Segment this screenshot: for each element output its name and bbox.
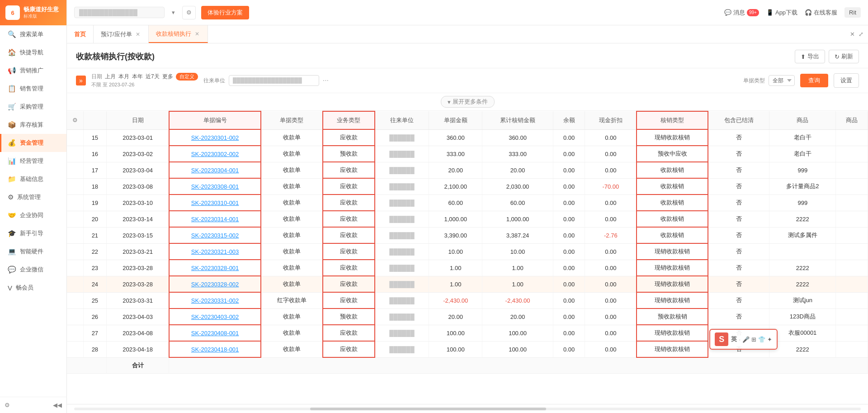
settings-button[interactable]: ⚙ xyxy=(182,6,196,19)
table-cell[interactable]: SK-20230308-001 xyxy=(169,178,261,195)
filter-date-range: 不限 至 2023-07-26 xyxy=(91,81,198,88)
expand-more-button[interactable]: ▾ 展开更多条件 xyxy=(441,96,495,108)
col-rownum xyxy=(83,111,107,129)
filter-date-lastmonth[interactable]: 上月 xyxy=(105,73,116,81)
table-cell: 100.00 xyxy=(429,341,482,357)
table-cell[interactable]: SK-20230331-002 xyxy=(169,292,261,309)
sidebar-item-finance[interactable]: 💰 资金管理 xyxy=(0,134,66,152)
table-cell xyxy=(836,292,868,309)
tab-close-all-icon[interactable]: ✕ xyxy=(850,31,855,38)
tab-close-payable[interactable]: ✕ xyxy=(135,30,141,38)
scroll-track[interactable] xyxy=(74,408,861,410)
table-footer-row: 合计 xyxy=(67,357,868,373)
settings-button[interactable]: 设置 xyxy=(834,73,859,88)
table-cell[interactable]: SK-20230418-001 xyxy=(169,341,261,357)
table-cell: 预收中应收 xyxy=(637,146,708,162)
filter-date-label: 日期 xyxy=(91,73,102,81)
settings-icon[interactable]: ⚙ xyxy=(5,402,10,408)
solution-button[interactable]: 体验行业方案 xyxy=(201,6,249,19)
table-cell[interactable]: SK-20230315-002 xyxy=(169,227,261,243)
laptop-icon: 💻 xyxy=(8,247,16,256)
app-badge: 标准版 xyxy=(24,13,59,19)
sidebar-item-guide[interactable]: 🎓 新手引导 xyxy=(0,224,66,242)
table-cell[interactable]: SK-20230302-002 xyxy=(169,146,261,162)
table-cell: 应收款 xyxy=(323,211,375,227)
table-cell xyxy=(67,195,83,211)
sidebar-item-operation[interactable]: 📊 经营管理 xyxy=(0,152,66,170)
sidebar-item-search[interactable]: 🔍 搜索菜单 xyxy=(0,25,66,43)
tab-close-receipt[interactable]: ✕ xyxy=(194,30,200,38)
collapse-icon[interactable]: ◀◀ xyxy=(53,402,62,408)
table-cell: 否 xyxy=(708,260,769,276)
filter-date-thismonth[interactable]: 本月 xyxy=(118,73,129,81)
table-cell xyxy=(67,260,83,276)
filter-partner-input[interactable] xyxy=(229,75,319,86)
table-cell: 0.00 xyxy=(553,341,585,357)
table-cell: 收款核销 xyxy=(637,178,708,195)
gear-icon: ⚙ xyxy=(8,193,14,201)
table-cell: 360.00 xyxy=(482,129,553,146)
tab-fullscreen-icon[interactable]: ⤢ xyxy=(859,31,863,38)
table-cell xyxy=(836,227,868,243)
sidebar-item-wechat[interactable]: 💬 企业微信 xyxy=(0,261,66,279)
sidebar-item-sales[interactable]: 📋 销售管理 xyxy=(0,80,66,98)
table-cell[interactable]: SK-20230403-002 xyxy=(169,309,261,325)
table-cell[interactable]: SK-20230328-001 xyxy=(169,260,261,276)
sidebar-item-hardware[interactable]: 💻 智能硬件 xyxy=(0,242,66,261)
table-cell: 22 xyxy=(83,243,107,260)
sidebar-item-quicknav[interactable]: 🏠 快捷导航 xyxy=(0,43,66,62)
sidebar-item-system[interactable]: ⚙ 系统管理 xyxy=(0,188,66,206)
footer-settings xyxy=(67,357,107,373)
message-badge: 99+ xyxy=(747,9,759,16)
horizontal-scrollbar[interactable] xyxy=(67,404,868,413)
query-button[interactable]: 查询 xyxy=(800,74,828,87)
table-cell[interactable]: SK-20230301-002 xyxy=(169,129,261,146)
filter-date-more[interactable]: 更多 xyxy=(162,73,173,81)
table-cell[interactable]: SK-20230310-001 xyxy=(169,195,261,211)
sidebar-item-inventory[interactable]: 📦 库存核算 xyxy=(0,116,66,134)
table-cell xyxy=(836,341,868,357)
table-cell: 收款单 xyxy=(261,276,323,292)
table-cell[interactable]: SK-20230314-001 xyxy=(169,211,261,227)
sidebar-item-purchase[interactable]: 🛒 采购管理 xyxy=(0,98,66,116)
table-cell: 应收款 xyxy=(323,325,375,341)
support-action[interactable]: 🎧 在线客服 xyxy=(805,9,837,17)
table-row: 252023-03-31SK-20230331-002红字收款单应收款█████… xyxy=(67,292,868,309)
table-cell[interactable]: SK-20230328-002 xyxy=(169,276,261,292)
filter-more-icon[interactable]: ··· xyxy=(323,76,329,85)
filter-date-thisyear[interactable]: 本年 xyxy=(132,73,143,81)
sidebar-item-label: 营销推广 xyxy=(20,66,43,75)
table-cell: 2023-04-08 xyxy=(107,325,169,341)
sidebar-item-marketing[interactable]: 📢 营销推广 xyxy=(0,62,66,80)
export-button[interactable]: ⬆ 导出 xyxy=(795,50,825,63)
filter-date-custom[interactable]: 自定义 xyxy=(176,73,198,81)
table-cell[interactable]: SK-20230304-001 xyxy=(169,162,261,178)
col-accumwriteoff: 累计核销金额 xyxy=(482,111,553,129)
sidebar-item-member[interactable]: V 畅会员 xyxy=(0,279,66,297)
filter-toggle-button[interactable]: » xyxy=(76,76,86,85)
table-cell: 收款单 xyxy=(261,341,323,357)
tab-receipt-exec[interactable]: 收款核销执行 ✕ xyxy=(149,25,208,43)
table-cell: 否 xyxy=(708,292,769,309)
tab-payable[interactable]: 预订/应付单 ✕ xyxy=(94,25,149,43)
user-avatar[interactable]: Rit xyxy=(844,7,861,18)
table-cell xyxy=(836,211,868,227)
app-download-action[interactable]: 📱 App下载 xyxy=(766,9,797,17)
table-row: 242023-03-28SK-20230328-002收款单应收款██████1… xyxy=(67,276,868,292)
support-label: 在线客服 xyxy=(814,9,837,17)
table-cell[interactable]: SK-20230408-001 xyxy=(169,325,261,341)
scroll-thumb[interactable] xyxy=(310,408,546,410)
filter-date-7days[interactable]: 近7天 xyxy=(146,73,160,81)
table-cell[interactable]: SK-20230321-003 xyxy=(169,243,261,260)
filter-doc-type-select[interactable]: 全部 xyxy=(769,75,795,86)
sidebar-item-corp[interactable]: 🤝 企业协同 xyxy=(0,206,66,224)
table-row: 152023-03-01SK-20230301-002收款单应收款██████3… xyxy=(67,129,868,146)
col-settings[interactable]: ⚙ xyxy=(67,111,83,129)
tab-home[interactable]: 首页 xyxy=(67,25,94,43)
refresh-button[interactable]: ↻ 刷新 xyxy=(829,50,859,63)
table-row: 202023-03-14SK-20230314-001收款单应收款██████1… xyxy=(67,211,868,227)
sidebar-item-label: 新手引导 xyxy=(20,229,43,237)
message-action[interactable]: 💬 消息 99+ xyxy=(724,9,759,17)
table-cell: 20.00 xyxy=(482,309,553,325)
sidebar-item-basic[interactable]: 📁 基础信息 xyxy=(0,170,66,188)
